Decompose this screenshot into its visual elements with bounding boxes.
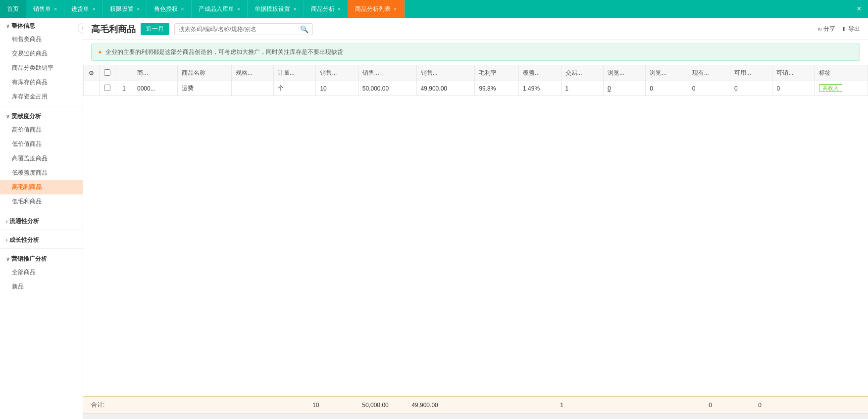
nav-purchase-order[interactable]: 进货单 × <box>64 0 102 18</box>
close-all-button[interactable]: × <box>850 0 868 18</box>
col-sales-qty[interactable]: 销售... <box>316 65 358 81</box>
sidebar-section-contribution[interactable]: ∨ 贡献度分析 <box>0 108 83 123</box>
nav-template-settings[interactable]: 单据模板设置 × <box>248 0 304 18</box>
footer-current-stock: 0 <box>709 402 748 409</box>
sidebar-item-all-goods[interactable]: 全部商品 <box>0 265 83 279</box>
nav-product-analysis-list[interactable]: 商品分析列表 × <box>348 0 404 18</box>
footer-sales-amt: 50,000.00 <box>362 402 402 409</box>
col-tag: 标签 <box>815 65 868 81</box>
section-overall-arrow: ∨ <box>6 23 9 29</box>
sidebar: « ∨ 整体信息 销售类商品 交易过的商品 商品分类助销率 有库存的商品 库存资… <box>0 18 83 419</box>
close-role-auth-icon[interactable]: × <box>181 6 184 12</box>
col-saleable-stock[interactable]: 可销... <box>772 65 815 81</box>
col-transactions[interactable]: 交易... <box>561 65 603 81</box>
select-all-checkbox[interactable] <box>104 69 110 76</box>
section-growth-arrow: › <box>6 237 7 243</box>
nav-role-auth[interactable]: 角色授权 × <box>147 0 191 18</box>
table-header-row: ⚙ 商... 商品名称 规格... <box>84 65 868 81</box>
col-name[interactable]: 商品名称 <box>177 65 231 81</box>
sidebar-section-overall[interactable]: ∨ 整体信息 <box>0 18 83 32</box>
col-coverage[interactable]: 覆盖... <box>519 65 561 81</box>
sidebar-item-stock-capital[interactable]: 库存资金占用 <box>0 90 83 104</box>
row-sales-cost: 49,900.00 <box>416 81 475 96</box>
sidebar-item-high-coverage[interactable]: 高覆盖度商品 <box>0 151 83 166</box>
data-table-container[interactable]: ⚙ 商... 商品名称 规格... <box>83 65 868 396</box>
sidebar-item-category-rate[interactable]: 商品分类助销率 <box>0 61 83 75</box>
filter-recent-month-button[interactable]: 近一月 <box>141 23 169 35</box>
content-area: 高毛利商品 近一月 🔍 ⎋ 分享 ⬆ 导出 ✦ 企业的主要的利润都是这部分商品创… <box>83 18 868 419</box>
close-sales-order-icon[interactable]: × <box>54 6 57 12</box>
row-transactions: 1 <box>561 81 603 96</box>
horizontal-scrollbar[interactable] <box>83 413 868 419</box>
sidebar-item-low-margin[interactable]: 低毛利商品 <box>0 194 83 209</box>
header-actions: ⎋ 分享 ⬆ 导出 <box>818 25 860 33</box>
sidebar-item-new-goods[interactable]: 新品 <box>0 279 83 294</box>
search-input[interactable] <box>179 26 298 33</box>
sidebar-section-growth[interactable]: › 成长性分析 <box>0 232 83 246</box>
data-table: ⚙ 商... 商品名称 规格... <box>83 65 868 96</box>
sidebar-divider-2 <box>0 211 83 211</box>
col-checkbox <box>100 65 115 81</box>
nav-product-entry[interactable]: 产成品入库单 × <box>192 0 248 18</box>
sidebar-section-marketing[interactable]: ∨ 营销推广分析 <box>0 251 83 265</box>
sidebar-divider-4 <box>0 248 83 249</box>
table-footer: 合计: 10 50,000.00 49,900.00 1 0 0 <box>83 396 868 413</box>
col-available-stock[interactable]: 可用... <box>730 65 772 81</box>
sidebar-item-stock-goods[interactable]: 有库存的商品 <box>0 75 83 90</box>
nav-product-analysis[interactable]: 商品分析 × <box>304 0 348 18</box>
col-browse1[interactable]: 浏览... <box>603 65 645 81</box>
info-banner: ✦ 企业的主要的利润都是这部分商品创造的，可考虑加大推广，同时关注库存是不要出现… <box>91 44 860 61</box>
row-tag: 高收入 <box>815 81 868 96</box>
info-icon: ✦ <box>98 49 102 56</box>
col-current-stock[interactable]: 现有... <box>688 65 730 81</box>
close-product-analysis-list-icon[interactable]: × <box>394 6 397 12</box>
nav-permission-settings[interactable]: 权限设置 × <box>103 0 147 18</box>
export-button[interactable]: ⬆ 导出 <box>841 25 860 33</box>
close-product-analysis-icon[interactable]: × <box>338 6 341 12</box>
col-sales-amt[interactable]: 销售... <box>358 65 416 81</box>
sidebar-item-traded-goods[interactable]: 交易过的商品 <box>0 47 83 61</box>
sidebar-item-high-value[interactable]: 高价值商品 <box>0 123 83 137</box>
row-saleable-stock: 0 <box>772 81 815 96</box>
row-settings <box>84 81 100 96</box>
close-purchase-order-icon[interactable]: × <box>92 6 95 12</box>
row-sales-qty: 10 <box>316 81 358 96</box>
col-unit[interactable]: 计量... <box>274 65 316 81</box>
search-icon[interactable]: 🔍 <box>300 25 308 33</box>
page-title: 高毛利商品 <box>91 23 136 35</box>
close-permission-settings-icon[interactable]: × <box>137 6 140 12</box>
share-icon: ⎋ <box>818 26 821 33</box>
row-checkbox[interactable] <box>104 85 110 91</box>
row-browse1[interactable]: 0 <box>603 81 645 96</box>
col-spec[interactable]: 规格... <box>231 65 273 81</box>
row-current-stock: 0 <box>688 81 730 96</box>
sidebar-section-circulation[interactable]: › 流通性分析 <box>0 213 83 228</box>
section-circulation-arrow: › <box>6 219 7 224</box>
row-name: 运费 <box>177 81 231 96</box>
nav-sales-order[interactable]: 销售单 × <box>26 0 64 18</box>
row-code[interactable]: 0000... <box>133 81 178 96</box>
search-box: 🔍 <box>174 23 313 35</box>
sidebar-item-high-margin[interactable]: 高毛利商品 <box>0 180 83 194</box>
sidebar-item-low-coverage[interactable]: 低覆盖度商品 <box>0 166 83 180</box>
close-product-entry-icon[interactable]: × <box>237 6 240 12</box>
sidebar-item-sales-goods[interactable]: 销售类商品 <box>0 32 83 47</box>
footer-available-stock: 0 <box>758 402 798 409</box>
nav-home[interactable]: 首页 <box>0 0 26 18</box>
row-unit: 个 <box>274 81 316 96</box>
col-browse2[interactable]: 浏览... <box>646 65 688 81</box>
close-template-settings-icon[interactable]: × <box>293 6 296 12</box>
row-available-stock: 0 <box>730 81 772 96</box>
footer-label: 合计: <box>91 401 104 409</box>
share-button[interactable]: ⎋ 分享 <box>818 25 835 33</box>
col-settings[interactable]: ⚙ <box>84 65 100 81</box>
tag-badge: 高收入 <box>819 84 842 92</box>
export-icon: ⬆ <box>841 26 846 33</box>
row-coverage: 1.49% <box>519 81 561 96</box>
col-gross-rate[interactable]: 毛利率 <box>475 65 519 81</box>
content-header: 高毛利商品 近一月 🔍 ⎋ 分享 ⬆ 导出 <box>83 18 868 40</box>
footer-sales-cost: 49,900.00 <box>411 402 451 409</box>
col-code[interactable]: 商... <box>133 65 178 81</box>
col-sales-cost[interactable]: 销售... <box>416 65 475 81</box>
sidebar-item-low-value[interactable]: 低价值商品 <box>0 137 83 151</box>
